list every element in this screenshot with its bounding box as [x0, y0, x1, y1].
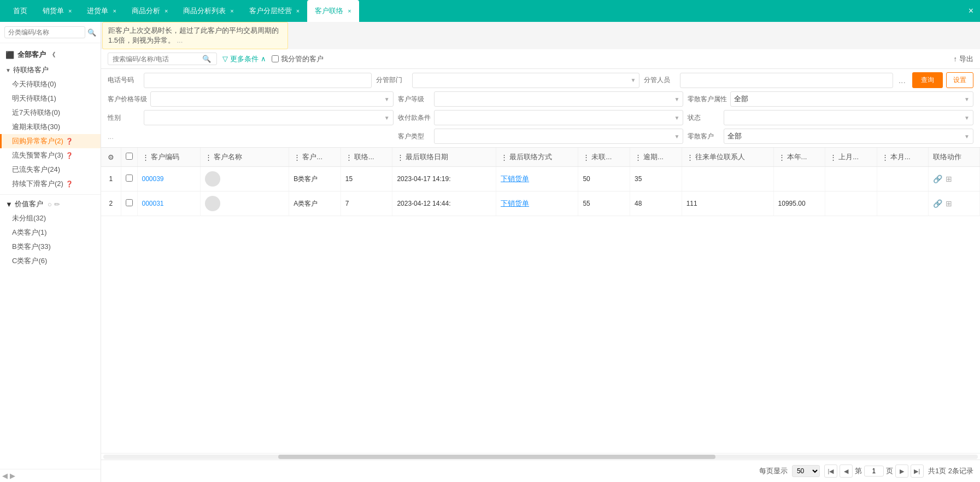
th-this-year: ⋮本年... — [773, 148, 825, 167]
select-all-checkbox[interactable] — [126, 153, 133, 160]
edit-group-icon[interactable]: ✏ — [54, 200, 60, 208]
page-number-input[interactable] — [864, 466, 884, 477]
table-area: ⚙ ⋮客户编码 ⋮客户名称 ⋮客户... — [101, 148, 980, 453]
settings-button[interactable]: 设置 — [946, 72, 973, 88]
row-checkbox[interactable] — [126, 175, 133, 182]
row-code[interactable]: 000031 — [137, 191, 200, 216]
nav-customer-seg[interactable]: 客户分层经营 × — [242, 0, 307, 22]
sidebar-today-pending[interactable]: 今天待联络(0) — [0, 77, 101, 91]
retail-customer-select[interactable]: 全部▼ — [724, 129, 973, 144]
add-group-icon[interactable]: ○ — [48, 200, 52, 208]
phone-input[interactable] — [144, 73, 372, 88]
last-page-btn[interactable]: ▶| — [911, 464, 924, 478]
nav-home[interactable]: 首页 — [5, 0, 35, 22]
query-button[interactable]: 查询 — [912, 72, 943, 88]
gender-select[interactable]: ▼ — [144, 110, 394, 125]
close-sales-tab[interactable]: × — [68, 0, 72, 22]
close-analysis-tab[interactable]: × — [165, 0, 168, 22]
export-button[interactable]: ↑ 导出 — [954, 54, 974, 64]
nav-sales[interactable]: 销货单 × — [35, 0, 79, 22]
row-uncontacted: 50 — [578, 167, 630, 191]
close-app-button[interactable]: × — [969, 6, 973, 16]
row-actions: 🔗 ⊞ — [929, 167, 980, 191]
sidebar-collapse-btn[interactable]: 《 — [49, 51, 55, 59]
sidebar-pending-group[interactable]: ▼ 待联络客户 — [0, 63, 101, 77]
dept-select[interactable]: ▼ — [412, 73, 640, 88]
row-action-link-icon[interactable]: 🔗 — [933, 175, 942, 183]
row-last-contact-date: 2023-04-17 14:19: — [392, 167, 496, 191]
row-code[interactable]: 000039 — [137, 167, 200, 191]
arrow-down-icon: ▼ — [5, 67, 11, 73]
horizontal-scrollbar[interactable] — [101, 453, 980, 460]
sidebar-lost[interactable]: 已流失客户(24) — [0, 162, 101, 177]
manager-more-btn[interactable]: ... — [896, 76, 908, 85]
row-checkbox[interactable] — [126, 199, 133, 206]
close-purchase-tab[interactable]: × — [113, 0, 116, 22]
sidebar-a-class[interactable]: A类客户(1) — [0, 225, 101, 240]
row-this-month — [877, 167, 929, 191]
sidebar-b-class[interactable]: B类客户(33) — [0, 240, 101, 254]
row-last-contact-date: 2023-04-12 14:44: — [392, 191, 496, 216]
first-page-btn[interactable]: |◀ — [824, 464, 837, 478]
manager-input[interactable] — [680, 73, 893, 88]
row-action-grid-icon[interactable]: ⊞ — [946, 199, 952, 208]
my-customers-checkbox[interactable] — [272, 55, 279, 62]
row-action-grid-icon[interactable]: ⊞ — [946, 175, 952, 183]
sidebar-scroll-left[interactable]: ◀ — [2, 472, 8, 480]
sidebar-overdue-pending[interactable]: 逾期未联络(30) — [0, 120, 101, 134]
status-select[interactable]: ▼ — [724, 110, 973, 125]
sidebar-declining[interactable]: 持续下滑客户(2) ❓ — [0, 177, 101, 191]
sidebar-7day-pending[interactable]: 近7天待联络(0) — [0, 106, 101, 120]
retail-attr-select[interactable]: 全部▼ — [730, 91, 973, 107]
row-category: A类客户 — [289, 191, 341, 216]
sidebar-all-customers[interactable]: ⬛ 全部客户 《 — [0, 47, 101, 63]
customer-type-select[interactable]: ▼ — [434, 129, 684, 144]
hash-icon: ⬛ — [5, 51, 14, 59]
nav-analysis-list[interactable]: 商品分析列表 × — [175, 0, 241, 22]
more-filters-dots[interactable]: ... — [108, 132, 114, 141]
row-name[interactable] — [200, 167, 289, 191]
col-sort-icon12: ⋮ — [882, 153, 889, 161]
more-conditions-btn[interactable]: ▽ 更多条件 ∧ — [222, 54, 266, 64]
nav-purchase[interactable]: 进货单 × — [79, 0, 124, 22]
main-layout: 🔍 ⬛ 全部客户 《 ▼ 待联络客户 今天待联络(0) 明天待联络(1) 近7天… — [0, 22, 980, 482]
close-analysis-list-tab[interactable]: × — [230, 0, 233, 22]
nav-customer-contact[interactable]: 客户联络 × — [307, 0, 359, 22]
sidebar-loss-preview[interactable]: 流失预警客户(3) ❓ — [0, 148, 101, 162]
help-icon: ❓ — [66, 138, 73, 145]
per-page-select[interactable]: 50 100 200 — [792, 465, 820, 477]
row-last-contact-method[interactable]: 下销货单 — [496, 167, 578, 191]
main-search-input[interactable] — [113, 55, 200, 63]
row-last-contact-method[interactable]: 下销货单 — [496, 191, 578, 216]
row-name[interactable] — [200, 191, 289, 216]
my-customers-toggle[interactable]: 我分管的客户 — [272, 54, 324, 64]
help-icon2: ❓ — [66, 152, 73, 159]
price-level-select[interactable]: ▼ — [150, 91, 394, 107]
nav-analysis[interactable]: 商品分析 × — [124, 0, 175, 22]
filter-price-level: 客户价格等级 ▼ — [108, 91, 394, 107]
next-page-btn[interactable]: ▶ — [895, 464, 908, 478]
payment-select[interactable]: ▼ — [434, 110, 684, 125]
main-search-icon[interactable]: 🔍 — [202, 55, 211, 63]
row-checkbox-cell — [121, 191, 137, 216]
filter-row-4: ... 客户类型 ▼ 零散客户 全部▼ — [108, 129, 973, 144]
th-last-month: ⋮上月... — [825, 148, 877, 167]
sidebar-scroll-right[interactable]: ▶ — [10, 472, 15, 480]
close-customer-seg-tab[interactable]: × — [296, 0, 300, 22]
sidebar-search-input[interactable] — [4, 26, 85, 38]
sidebar-tomorrow-pending[interactable]: 明天待联络(1) — [0, 91, 101, 106]
sidebar-c-class[interactable]: C类客户(6) — [0, 254, 101, 268]
customer-level-select[interactable]: ▼ — [434, 91, 684, 107]
prev-page-btn[interactable]: ◀ — [840, 464, 853, 478]
sidebar-repurchase-abnormal[interactable]: 回购异常客户(2) ❓ — [0, 134, 101, 148]
row-action-link-icon[interactable]: 🔗 — [933, 199, 942, 208]
col-sort-icon11: ⋮ — [830, 153, 837, 161]
gear-icon[interactable]: ⚙ — [108, 153, 114, 161]
page-nav: |◀ ◀ 第 页 ▶ ▶| — [824, 464, 924, 478]
sidebar-unclassified[interactable]: 未分组(32) — [0, 211, 101, 225]
close-customer-contact-tab[interactable]: × — [348, 0, 351, 22]
th-gear[interactable]: ⚙ — [101, 148, 121, 167]
scroll-thumb[interactable] — [278, 455, 715, 459]
row-uncontacted: 55 — [578, 191, 630, 216]
sidebar-search-icon[interactable]: 🔍 — [87, 28, 96, 37]
